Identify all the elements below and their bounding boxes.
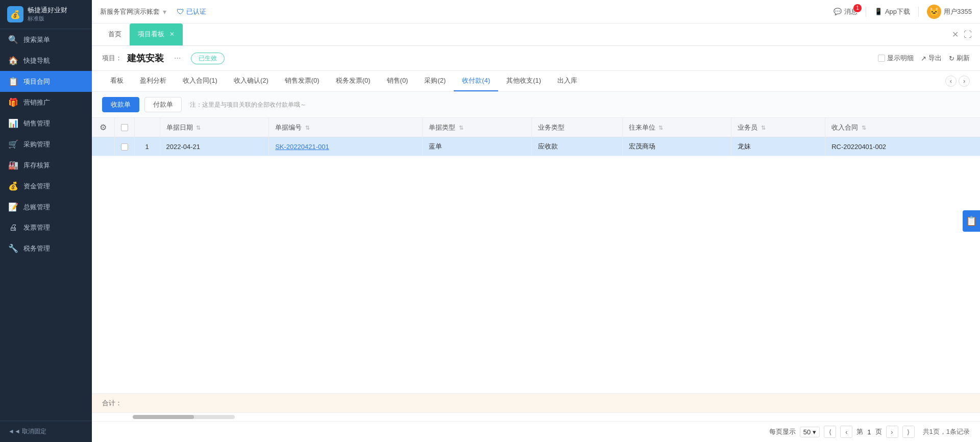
per-page-select[interactable]: 50 ▾ xyxy=(800,427,820,437)
marketing-icon: 🎁 xyxy=(8,97,18,107)
sidebar-item-label: 快捷导航 xyxy=(23,56,50,65)
sidebar-item-invoice[interactable]: 🖨 发票管理 xyxy=(0,217,92,238)
salesperson-col-header: 业务员 ⇅ xyxy=(731,118,825,137)
sidebar-item-tax[interactable]: 🔧 税务管理 xyxy=(0,238,92,259)
sidebar-item-label: 库存核算 xyxy=(23,161,50,170)
scrollbar-row xyxy=(92,412,980,421)
tax-icon: 🔧 xyxy=(8,243,18,253)
subtab-payment-button[interactable]: 付款单 xyxy=(144,97,182,112)
horizontal-scrollbar[interactable] xyxy=(133,415,235,419)
income-contract-sort-icon[interactable]: ⇅ xyxy=(862,125,866,131)
app-download-button[interactable]: 📱 App下载 xyxy=(874,7,910,16)
sidebar-item-purchase[interactable]: 🛒 采购管理 xyxy=(0,134,92,155)
purchase-icon: 🛒 xyxy=(8,139,18,149)
row-num-cell: 1 xyxy=(134,137,160,156)
export-action[interactable]: ↗ 导出 xyxy=(921,54,942,63)
topbar-certified: 🛡 已认证 xyxy=(177,7,206,16)
logo-title: 畅捷通好业财 xyxy=(28,6,67,15)
show-detail-checkbox[interactable] xyxy=(878,55,885,62)
subnav-tab-income-confirm[interactable]: 收入确认(2) xyxy=(226,71,277,91)
prev-page-button[interactable]: ‹ xyxy=(840,426,852,438)
refresh-action[interactable]: ↻ 刷新 xyxy=(949,54,970,63)
row-type-cell: 蓝单 xyxy=(423,137,532,156)
sidebar-item-marketing[interactable]: 🎁 营销推广 xyxy=(0,92,92,113)
sidebar-item-ledger[interactable]: 📝 总账管理 xyxy=(0,197,92,217)
sidebar-item-shortcut[interactable]: 🏠 快捷导航 xyxy=(0,50,92,71)
date-sort-icon[interactable]: ⇅ xyxy=(196,125,201,131)
tab-home-label: 首页 xyxy=(108,30,121,39)
close-window-icon[interactable]: ✕ xyxy=(952,30,959,39)
current-page-number: 1 xyxy=(867,428,871,436)
subnav-tab-sales-invoice[interactable]: 销售发票(0) xyxy=(277,71,328,91)
float-sidebar-button[interactable]: 📋 xyxy=(963,210,980,232)
settings-col-header: ⚙ xyxy=(92,118,114,137)
select-all-checkbox[interactable] xyxy=(121,124,128,131)
subnav-tab-warehouse[interactable]: 出入库 xyxy=(549,71,585,91)
topbar-actions: 💬 消息 1 📱 App下载 🐱 用户3355 xyxy=(834,5,972,19)
row-date-cell: 2022-04-21 xyxy=(160,137,269,156)
divider xyxy=(866,7,866,17)
next-page-icon: › xyxy=(891,428,893,436)
sidebar-item-sales[interactable]: 📊 销售管理 xyxy=(0,113,92,134)
first-page-icon: ⟨ xyxy=(829,428,831,436)
sidebar-item-finance[interactable]: 💰 资金管理 xyxy=(0,176,92,197)
row-checkbox[interactable] xyxy=(121,143,128,151)
row-income-contract-cell: RC-20220401-002 xyxy=(825,137,980,156)
sidebar-item-inventory[interactable]: 🏭 库存核算 xyxy=(0,155,92,176)
project-title-prefix: 项目： xyxy=(102,54,122,63)
float-sidebar-icon: 📋 xyxy=(966,215,977,227)
subnav-tab-income-contract[interactable]: 收入合同(1) xyxy=(175,71,226,91)
pagination: 每页显示 50 ▾ ⟨ ‹ 第 1 页 › ⟩ 共1页，1条记录 xyxy=(92,421,980,442)
subnav-tab-profit[interactable]: 盈利分析 xyxy=(132,71,175,91)
ledger-icon: 📝 xyxy=(8,202,18,212)
main-content: 新服务官网演示账套 ▾ 🛡 已认证 💬 消息 1 📱 App下载 🐱 用户335… xyxy=(92,0,980,442)
user-menu[interactable]: 🐱 用户3355 xyxy=(927,5,972,19)
refresh-icon: ↻ xyxy=(949,55,954,62)
subtab-receipt-button[interactable]: 收款单 xyxy=(102,97,139,112)
message-badge: 1 xyxy=(853,4,862,12)
column-settings-icon[interactable]: ⚙ xyxy=(100,123,107,132)
message-button[interactable]: 💬 消息 1 xyxy=(834,7,857,16)
receipt-code-link[interactable]: SK-20220421-001 xyxy=(275,143,329,151)
tab-home[interactable]: 首页 xyxy=(100,23,130,45)
subnav-prev-icon[interactable]: ‹ xyxy=(945,76,957,87)
income-contract-col-header: 收入合同 ⇅ xyxy=(825,118,980,137)
next-page-button[interactable]: › xyxy=(886,426,898,438)
sidebar-item-label: 营销推广 xyxy=(23,98,50,107)
type-sort-icon[interactable]: ⇅ xyxy=(459,125,463,131)
project-status-badge: 已生效 xyxy=(191,53,225,64)
more-options-icon[interactable]: ··· xyxy=(174,54,181,63)
unpin-button[interactable]: ◄◄ 取消固定 xyxy=(0,421,92,442)
sidebar-item-label: 采购管理 xyxy=(23,140,50,149)
tab-kanban[interactable]: 项目看板 ✕ xyxy=(130,23,183,45)
show-detail-action[interactable]: 显示明细 xyxy=(878,54,914,63)
subnav-tab-receipt[interactable]: 收付款(4) xyxy=(454,71,498,91)
partner-sort-icon[interactable]: ⇅ xyxy=(658,125,663,131)
first-page-button[interactable]: ⟨ xyxy=(824,426,836,438)
table-container[interactable]: ⚙ 单据日期 ⇅ 单据编号 ⇅ xyxy=(92,118,980,394)
sidebar-item-search[interactable]: 🔍 搜索菜单 xyxy=(0,29,92,50)
subnav-tab-other-expense[interactable]: 其他收支(1) xyxy=(498,71,549,91)
salesperson-sort-icon[interactable]: ⇅ xyxy=(761,125,766,131)
biz-type-col-header: 业务类型 xyxy=(532,118,623,137)
subnav-tab-purchase[interactable]: 采购(2) xyxy=(416,71,454,91)
tab-close-icon[interactable]: ✕ xyxy=(169,31,175,38)
subnav-next-icon[interactable]: › xyxy=(959,76,970,87)
prev-page-icon: ‹ xyxy=(845,428,847,436)
sidebar-logo: 💰 畅捷通好业财 标准版 xyxy=(0,0,92,29)
subnav: 看板 盈利分析 收入合同(1) 收入确认(2) 销售发票(0) 税务发票(0) … xyxy=(92,71,980,92)
home-icon: 🏠 xyxy=(8,56,18,65)
code-sort-icon[interactable]: ⇅ xyxy=(305,125,310,131)
row-partner-cell: 宏茂商场 xyxy=(622,137,731,156)
sidebar-item-project[interactable]: 📋 项目合同 xyxy=(0,71,92,92)
subnav-tab-tax-invoice[interactable]: 税务发票(0) xyxy=(328,71,379,91)
subnav-tab-kanban[interactable]: 看板 xyxy=(102,71,132,91)
subnav-tab-sales[interactable]: 销售(0) xyxy=(379,71,416,91)
phone-icon: 📱 xyxy=(874,8,883,15)
last-page-button[interactable]: ⟩ xyxy=(902,426,915,438)
maximize-window-icon[interactable]: ⛶ xyxy=(964,30,972,39)
table-row[interactable]: 1 2022-04-21 SK-20220421-001 蓝单 应收款 xyxy=(92,137,980,156)
sidebar-item-label: 发票管理 xyxy=(23,223,50,232)
dropdown-arrow-icon[interactable]: ▾ xyxy=(163,8,166,16)
app-label: App下载 xyxy=(885,7,910,16)
